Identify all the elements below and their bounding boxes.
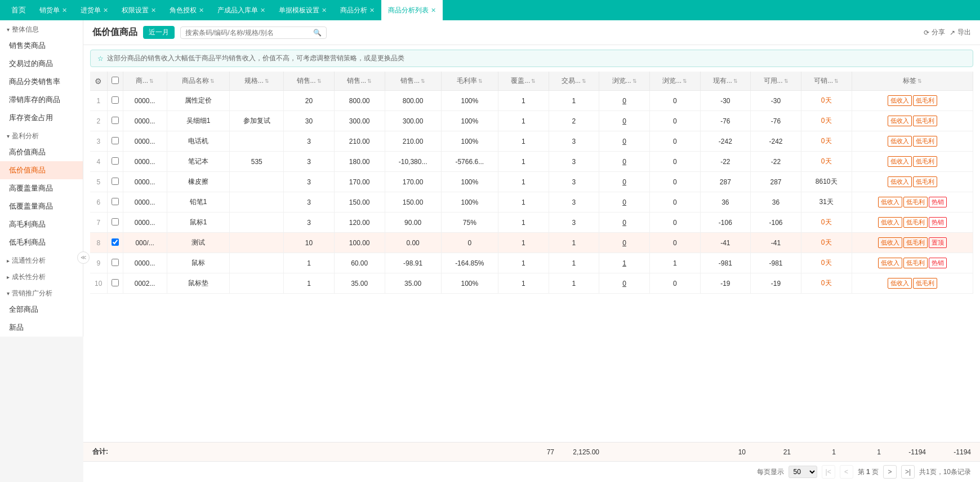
sidebar-collapse-button[interactable]: ≪ <box>77 251 90 264</box>
row-checkbox[interactable] <box>112 218 119 225</box>
row-num: 9 <box>90 253 107 273</box>
row-stock: -19 <box>700 273 751 294</box>
col-spec[interactable]: 规格...⇅ <box>230 72 284 91</box>
row-coverage: 1 <box>498 91 549 111</box>
nav-template-settings[interactable]: 单据模板设置 ✕ <box>272 0 333 20</box>
row-checkbox[interactable] <box>112 137 119 144</box>
col-coverage[interactable]: 覆盖...⇅ <box>498 72 549 91</box>
col-avail[interactable]: 可用...⇅ <box>751 72 801 91</box>
col-amount[interactable]: 销售...⇅ <box>334 72 385 91</box>
col-stock[interactable]: 现有...⇅ <box>700 72 751 91</box>
sidebar-item-stock-capital[interactable]: 库存资金占用 <box>0 109 83 127</box>
nav-home[interactable]: 首页 <box>5 0 33 20</box>
row-view1[interactable]: 0 <box>599 111 650 131</box>
row-checkbox[interactable] <box>112 279 119 286</box>
row-view1[interactable]: 0 <box>599 172 650 192</box>
sidebar-group-growth[interactable]: ▸ 成长性分析 <box>0 268 83 284</box>
sidebar-item-all-products[interactable]: 全部商品 <box>0 300 83 319</box>
product-tag: 热销 <box>929 258 947 268</box>
sidebar-item-low-value[interactable]: 低价值商品 <box>0 161 83 179</box>
filter-recent-month-button[interactable]: 近一月 <box>143 26 175 39</box>
row-checkbox[interactable] <box>112 117 119 124</box>
search-icon[interactable]: 🔍 <box>313 29 322 37</box>
export-icon: ↗ <box>950 29 955 37</box>
product-tag: 低毛利 <box>913 136 937 147</box>
sidebar-item-low-margin[interactable]: 低毛利商品 <box>0 233 83 251</box>
nav-product-analysis-list[interactable]: 商品分析列表 ✕ <box>381 0 443 20</box>
search-input[interactable] <box>185 29 311 37</box>
row-checkbox[interactable] <box>112 157 119 165</box>
sidebar-item-low-coverage[interactable]: 低覆盖量商品 <box>0 197 83 215</box>
first-page-button[interactable]: |< <box>822 465 835 479</box>
row-view1[interactable]: 0 <box>599 152 650 172</box>
row-trade: 3 <box>549 213 599 233</box>
last-page-button[interactable]: >| <box>901 465 915 479</box>
next-page-button[interactable]: > <box>883 465 897 479</box>
row-view1[interactable]: 0 <box>599 192 650 213</box>
row-view1[interactable]: 0 <box>599 91 650 111</box>
sidebar-group-overall[interactable]: ▾ 整体信息 <box>0 20 83 37</box>
row-view1[interactable]: 0 <box>599 273 650 294</box>
row-avg: 210.00 <box>385 131 441 152</box>
col-trade[interactable]: 交易...⇅ <box>549 72 599 91</box>
row-view1[interactable]: 0 <box>599 131 650 152</box>
row-checkbox[interactable] <box>112 238 119 246</box>
nav-permissions[interactable]: 权限设置 ✕ <box>115 0 163 20</box>
row-stock: -41 <box>700 233 751 253</box>
nav-sales-order[interactable]: 销货单 ✕ <box>33 0 74 20</box>
nav-purchase-order[interactable]: 进货单 ✕ <box>74 0 115 20</box>
row-avg: 170.00 <box>385 172 441 192</box>
row-view1[interactable]: 0 <box>599 233 650 253</box>
nav-role-auth[interactable]: 角色授权 ✕ <box>163 0 211 20</box>
row-trade: 3 <box>549 192 599 213</box>
row-tags: 低收入低毛利热销 <box>852 253 973 273</box>
totals-label: 合计: <box>92 447 108 457</box>
sidebar-item-high-margin[interactable]: 高毛利商品 <box>0 215 83 233</box>
row-checkbox[interactable] <box>112 178 119 185</box>
sidebar-item-new-products[interactable]: 新品 <box>0 319 83 337</box>
table-row: 3 0000... 电话机 3 210.00 210.00 100% 1 3 0… <box>90 131 973 152</box>
sidebar-item-high-coverage[interactable]: 高覆盖量商品 <box>0 179 83 197</box>
row-checkbox[interactable] <box>112 259 119 266</box>
select-all-checkbox[interactable] <box>112 77 119 84</box>
sidebar-item-high-value[interactable]: 高价值商品 <box>0 143 83 161</box>
page-size-select[interactable]: 50 100 200 <box>789 466 817 478</box>
col-qty[interactable]: 销售...⇅ <box>284 72 335 91</box>
col-checkbox[interactable] <box>107 72 123 91</box>
col-settings[interactable]: ⚙ <box>90 72 107 91</box>
row-trade: 3 <box>549 131 599 152</box>
sidebar-group-marketing[interactable]: ▾ 营销推广分析 <box>0 284 83 300</box>
col-avg[interactable]: 销售...⇅ <box>385 72 441 91</box>
col-view2[interactable]: 浏览...⇅ <box>649 72 700 91</box>
row-saleable: 0天 <box>801 131 852 152</box>
row-amount: 60.00 <box>334 253 385 273</box>
col-tags[interactable]: 标签⇅ <box>852 72 973 91</box>
col-saleable[interactable]: 可销...⇅ <box>801 72 852 91</box>
nav-product-analysis[interactable]: 商品分析 ✕ <box>333 0 381 20</box>
col-sku[interactable]: 商...⇅ <box>123 72 167 91</box>
sidebar-item-sales-products[interactable]: 销售类商品 <box>0 37 83 55</box>
sidebar-group-profit[interactable]: ▾ 盈利分析 <box>0 127 83 143</box>
col-name[interactable]: 商品名称⇅ <box>167 72 230 91</box>
row-view2: 1 <box>649 253 700 273</box>
sidebar-item-traded-products[interactable]: 交易过的商品 <box>0 55 83 73</box>
share-button[interactable]: ⟳ 分享 <box>924 28 945 37</box>
product-tag: 低毛利 <box>913 156 937 167</box>
row-stock: -106 <box>700 213 751 233</box>
row-saleable: 0天 <box>801 253 852 273</box>
row-checkbox[interactable] <box>112 198 119 205</box>
row-view1[interactable]: 1 <box>599 253 650 273</box>
nav-product-inbound[interactable]: 产成品入库单 ✕ <box>211 0 272 20</box>
sidebar-group-circulation[interactable]: ▸ 流通性分析 <box>0 251 83 268</box>
sidebar-item-slow-moving[interactable]: 滞销库存的商品 <box>0 91 83 109</box>
row-name: 铅笔1 <box>167 192 230 213</box>
sidebar-item-category-sales-rate[interactable]: 商品分类销售率 <box>0 73 83 91</box>
row-name: 鼠标 <box>167 253 230 273</box>
col-margin[interactable]: 毛利率⇅ <box>441 72 498 91</box>
row-view1[interactable]: 0 <box>599 213 650 233</box>
col-view1[interactable]: 浏览...⇅ <box>599 72 650 91</box>
prev-page-button[interactable]: < <box>840 465 853 479</box>
export-button[interactable]: ↗ 导出 <box>950 28 971 37</box>
row-checkbox[interactable] <box>112 96 119 104</box>
row-spec <box>230 233 284 253</box>
